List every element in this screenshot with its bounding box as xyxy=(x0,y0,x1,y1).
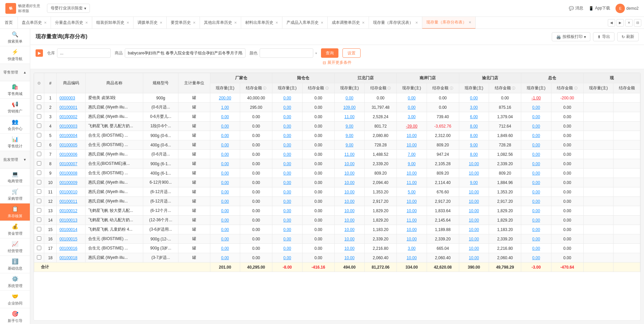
row-na-stock[interactable]: 10.00 xyxy=(397,253,427,263)
tab-close-icon[interactable]: ✕ xyxy=(160,21,162,25)
filter-expand[interactable]: ⊟ 展开更多条件 xyxy=(323,60,352,65)
tab-product-in[interactable]: 产成品入库单历史 ✕ xyxy=(282,17,328,29)
row-total-stock[interactable]: 0.00 xyxy=(521,131,551,140)
row-checkbox[interactable] xyxy=(34,216,44,225)
row-total-stock[interactable]: 0.00 xyxy=(521,112,551,122)
row-fc-stock[interactable]: 0.00 xyxy=(210,216,240,225)
sidebar-item-guide[interactable]: 🎯 新手引导 xyxy=(0,308,30,324)
row-code[interactable]: 00100010 xyxy=(57,187,86,197)
row-fc-stock[interactable]: 0.00 xyxy=(210,197,240,206)
row-yb-stock[interactable]: 10.00 xyxy=(459,253,489,263)
sidebar-item-basic-info[interactable]: ℹ️ 基础信息 xyxy=(0,256,30,273)
row-code[interactable]: 00100001 xyxy=(57,103,86,112)
row-total-stock[interactable]: 0.00 xyxy=(521,169,551,178)
row-checkbox[interactable] xyxy=(34,131,44,140)
tab-home[interactable]: 首页 xyxy=(0,17,18,29)
row-fc-stock[interactable]: 0.00 xyxy=(210,244,240,253)
row-checkbox[interactable] xyxy=(34,112,44,122)
tab-requisition[interactable]: 要货单历史 ✕ xyxy=(167,17,200,29)
row-code[interactable]: 00100012 xyxy=(57,206,86,216)
row-jb-stock[interactable]: 10.00 xyxy=(334,253,364,263)
row-fc-stock[interactable]: 0.00 xyxy=(210,150,240,159)
row-code[interactable]: 00100005 xyxy=(57,140,86,150)
row-yb-stock[interactable]: 6.00 xyxy=(459,112,489,122)
row-code[interactable]: 00100016 xyxy=(57,244,86,253)
row-fc-stock[interactable]: 0.00 xyxy=(210,131,240,140)
row-yb-stock[interactable]: 3.00 xyxy=(459,103,489,112)
row-total-stock[interactable]: 0.00 xyxy=(521,178,551,187)
row-total-stock[interactable]: 0.00 xyxy=(521,206,551,216)
row-yb-stock[interactable]: 10.00 xyxy=(459,244,489,253)
row-lh-stock[interactable]: 0.00 xyxy=(272,150,302,159)
row-fc-stock[interactable]: 0.00 xyxy=(210,206,240,216)
tab-fraction-stocktake[interactable]: 分量盘点单历史 ✕ xyxy=(51,17,92,29)
row-checkbox[interactable] xyxy=(34,150,44,159)
row-na-stock[interactable]: 3.00 xyxy=(397,112,427,122)
row-lh-stock[interactable]: 0.00 xyxy=(272,103,302,112)
row-na-stock[interactable]: 11.00 xyxy=(397,216,427,225)
query-button[interactable]: 查询 xyxy=(321,48,338,58)
row-na-stock[interactable]: 0.00 xyxy=(397,93,427,103)
filter-arrow[interactable]: ▶ xyxy=(36,49,43,57)
row-jb-stock[interactable]: 10.00 xyxy=(334,169,364,178)
row-na-stock[interactable]: 10.00 xyxy=(397,140,427,150)
row-total-stock[interactable]: 0.00 xyxy=(521,159,551,169)
row-checkbox[interactable] xyxy=(34,122,44,131)
row-total-stock[interactable]: 0.00 xyxy=(521,197,551,206)
row-lh-stock[interactable]: 0.00 xyxy=(272,253,302,263)
row-na-stock[interactable]: -39.00 xyxy=(397,122,427,131)
row-total-stock[interactable]: 0.00 xyxy=(521,140,551,150)
row-checkbox[interactable] xyxy=(34,103,44,112)
row-yb-stock[interactable]: 9.00 xyxy=(459,140,489,150)
row-na-stock[interactable]: 5.00 xyxy=(397,187,427,197)
row-code[interactable]: 00100009 xyxy=(57,178,86,187)
tab-close-icon[interactable]: ✕ xyxy=(234,21,237,25)
row-yb-stock[interactable]: 0.00 xyxy=(459,93,489,103)
tab-transfer[interactable]: 调拨单历史 ✕ xyxy=(133,17,167,29)
row-lh-stock[interactable]: 0.00 xyxy=(272,112,302,122)
row-jb-stock[interactable]: 10.00 xyxy=(334,159,364,169)
row-total-stock[interactable]: 0.00 xyxy=(521,150,551,159)
row-yb-stock[interactable]: 8.00 xyxy=(459,131,489,140)
row-lh-stock[interactable]: 0.00 xyxy=(272,169,302,178)
row-jb-stock[interactable]: 10.00 xyxy=(334,187,364,197)
row-checkbox[interactable] xyxy=(34,206,44,216)
row-yb-stock[interactable]: 10.00 xyxy=(459,169,489,178)
row-code[interactable]: 00100015 xyxy=(57,234,86,244)
row-jb-stock[interactable]: 10.00 xyxy=(334,197,364,206)
export-button[interactable]: ⬆ 导出 xyxy=(593,32,614,41)
row-code[interactable]: 00100014 xyxy=(57,225,86,234)
row-fc-stock[interactable]: 200.00 xyxy=(210,93,240,103)
tab-assembly[interactable]: 组装折卸单历史 ✕ xyxy=(92,17,133,29)
row-yb-stock[interactable]: 10.00 xyxy=(459,197,489,206)
row-code[interactable]: 00100013 xyxy=(57,216,86,225)
row-jb-stock[interactable]: 10.00 xyxy=(334,178,364,187)
row-na-stock[interactable]: 9.00 xyxy=(397,159,427,169)
settings-button[interactable]: 设置 xyxy=(342,48,361,58)
sidebar-item-system[interactable]: ⚙️ 系统管理 xyxy=(0,273,30,291)
row-na-stock[interactable]: 0.00 xyxy=(397,103,427,112)
row-code[interactable]: 00100002 xyxy=(57,112,86,122)
row-checkbox[interactable] xyxy=(34,253,44,263)
print-button[interactable]: 🖨️ 按模板打印 ▾ xyxy=(552,32,590,41)
gear-icon[interactable]: ⚙ xyxy=(37,81,41,86)
row-checkbox[interactable] xyxy=(34,159,44,169)
row-lh-stock[interactable]: 0.00 xyxy=(272,197,302,206)
row-lh-stock[interactable]: 0.00 xyxy=(272,140,302,150)
user-action[interactable]: E demo2 xyxy=(615,4,639,13)
row-lh-stock[interactable]: 0.00 xyxy=(272,159,302,169)
tab-prev-btn[interactable]: ◀ xyxy=(608,19,615,27)
row-lh-stock[interactable]: 0.00 xyxy=(272,206,302,216)
row-code[interactable]: 00100003 xyxy=(57,122,86,131)
row-checkbox[interactable] xyxy=(34,234,44,244)
sidebar-item-retail-mgmt[interactable]: 零售管理 ▲ xyxy=(0,64,30,81)
sidebar-item-purchase[interactable]: 🛒 采购管理 xyxy=(0,186,30,203)
row-total-stock[interactable]: 0.00 xyxy=(521,187,551,197)
row-jb-stock[interactable]: 9.00 xyxy=(334,131,364,140)
sidebar-item-marketing[interactable]: 📢 营销推广 xyxy=(0,99,30,116)
row-yb-stock[interactable]: 9.00 xyxy=(459,178,489,187)
row-jb-stock[interactable]: 10.00 xyxy=(334,234,364,244)
row-na-stock[interactable]: 10.00 xyxy=(397,234,427,244)
row-code[interactable]: 00100004 xyxy=(57,131,86,140)
row-fc-stock[interactable]: 0.00 xyxy=(210,140,240,150)
